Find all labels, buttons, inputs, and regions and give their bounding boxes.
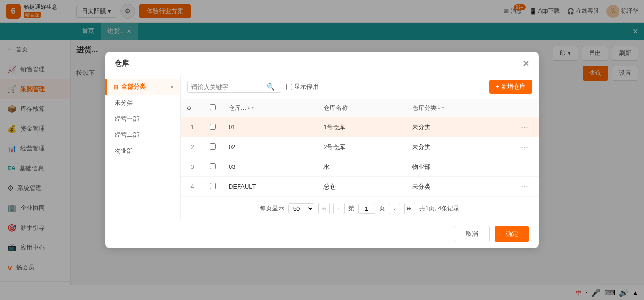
row-actions[interactable]: ··· bbox=[515, 117, 539, 137]
row-actions[interactable]: ··· bbox=[515, 137, 539, 157]
total-info: 共1页, 4条记录 bbox=[419, 204, 460, 213]
row-checkbox[interactable] bbox=[204, 137, 223, 157]
page-label: 第 bbox=[348, 204, 355, 213]
table-row[interactable]: 4 DEFAULT 总仓 未分类 ··· bbox=[181, 177, 539, 197]
row-actions-btn[interactable]: ··· bbox=[521, 142, 528, 151]
pagination: 每页显示 50 100 200 ⏮ ‹ 第 页 › ⏭ 共1页, 4条记录 bbox=[181, 197, 539, 220]
table-row[interactable]: 3 03 水 物业部 ··· bbox=[181, 157, 539, 177]
table-row[interactable]: 2 02 2号仓库 未分类 ··· bbox=[181, 137, 539, 157]
row-code: DEFAULT bbox=[223, 177, 318, 197]
modal-title: 仓库 bbox=[115, 59, 129, 68]
row-checkbox[interactable] bbox=[204, 177, 223, 197]
table-row[interactable]: 1 01 1号仓库 未分类 ··· bbox=[181, 117, 539, 137]
first-page-btn[interactable]: ⏮ bbox=[318, 203, 330, 214]
th-category: 仓库分类 ▲▼ bbox=[406, 99, 515, 117]
next-page-btn[interactable]: › bbox=[389, 203, 400, 214]
row-category: 未分类 bbox=[406, 177, 515, 197]
table-header-row: ⚙ 仓库... ▲▼ bbox=[181, 99, 539, 117]
collapse-icon[interactable]: « bbox=[170, 83, 173, 90]
new-warehouse-btn[interactable]: + 新增仓库 bbox=[489, 80, 532, 94]
row-num: 3 bbox=[181, 157, 204, 177]
row-num: 4 bbox=[181, 177, 204, 197]
row-name: 水 bbox=[318, 157, 406, 177]
search-box: 🔍 bbox=[187, 81, 281, 93]
row-category: 未分类 bbox=[406, 137, 515, 157]
modal-footer: 取消 确定 bbox=[105, 220, 539, 248]
row-checkbox[interactable] bbox=[204, 117, 223, 137]
row-name: 2号仓库 bbox=[318, 137, 406, 157]
row-num: 1 bbox=[181, 117, 204, 137]
cancel-btn[interactable]: 取消 bbox=[454, 226, 490, 242]
row-actions[interactable]: ··· bbox=[515, 177, 539, 197]
category-item-ops2[interactable]: 经营二部 bbox=[105, 127, 180, 143]
row-code: 02 bbox=[223, 137, 318, 157]
category-item-property[interactable]: 物业部 bbox=[105, 143, 180, 159]
row-name: 总仓 bbox=[318, 177, 406, 197]
last-page-btn[interactable]: ⏭ bbox=[404, 203, 415, 214]
modal-header: 仓库 ✕ bbox=[105, 52, 539, 75]
warehouse-modal: 仓库 ✕ ⊞ 全部分类 « 未分类 经营一部 经营二部 bbox=[105, 52, 539, 248]
row-num: 2 bbox=[181, 137, 204, 157]
th-code: 仓库... ▲▼ bbox=[223, 99, 318, 117]
page-input[interactable] bbox=[358, 204, 375, 214]
sort-arrows-code: ▲▼ bbox=[247, 106, 255, 110]
per-page-label: 每页显示 bbox=[260, 204, 284, 213]
modal-toolbar: 🔍 显示停用 + 新增仓库 bbox=[181, 75, 539, 99]
all-categories-item[interactable]: ⊞ 全部分类 « bbox=[105, 79, 180, 95]
category-item-unclassified[interactable]: 未分类 bbox=[105, 95, 180, 111]
th-settings: ⚙ bbox=[181, 99, 204, 117]
modal-overlay: 仓库 ✕ ⊞ 全部分类 « 未分类 经营一部 经营二部 bbox=[0, 0, 644, 300]
show-disabled-checkbox[interactable]: 显示停用 bbox=[286, 83, 319, 91]
th-actions bbox=[515, 99, 539, 117]
th-name: 仓库名称 bbox=[318, 99, 406, 117]
page-suffix: 页 bbox=[379, 204, 385, 213]
row-category: 物业部 bbox=[406, 157, 515, 177]
th-checkbox bbox=[204, 99, 223, 117]
per-page-select[interactable]: 50 100 200 bbox=[288, 203, 314, 214]
select-all-checkbox[interactable] bbox=[210, 104, 216, 110]
modal-body: ⊞ 全部分类 « 未分类 经营一部 经营二部 物业部 bbox=[105, 75, 539, 220]
warehouse-table: ⚙ 仓库... ▲▼ bbox=[181, 99, 539, 197]
grid-icon: ⊞ bbox=[113, 83, 118, 91]
show-disabled-check[interactable] bbox=[286, 84, 292, 90]
row-actions[interactable]: ··· bbox=[515, 157, 539, 177]
row-actions-btn[interactable]: ··· bbox=[521, 162, 528, 171]
search-icon[interactable]: 🔍 bbox=[267, 83, 275, 91]
search-input[interactable] bbox=[191, 83, 267, 91]
modal-right-panel: 🔍 显示停用 + 新增仓库 ⚙ bbox=[181, 75, 539, 220]
sort-arrows-cat: ▲▼ bbox=[438, 106, 445, 110]
row-code: 03 bbox=[223, 157, 318, 177]
confirm-btn[interactable]: 确定 bbox=[495, 226, 529, 242]
gear-icon[interactable]: ⚙ bbox=[186, 105, 192, 112]
row-actions-btn[interactable]: ··· bbox=[521, 122, 528, 132]
category-panel: ⊞ 全部分类 « 未分类 经营一部 经营二部 物业部 bbox=[105, 75, 181, 220]
modal-close-btn[interactable]: ✕ bbox=[522, 59, 529, 68]
row-actions-btn[interactable]: ··· bbox=[521, 182, 528, 191]
prev-page-btn[interactable]: ‹ bbox=[333, 203, 345, 214]
row-code: 01 bbox=[223, 117, 318, 137]
category-item-ops1[interactable]: 经营一部 bbox=[105, 111, 180, 127]
row-name: 1号仓库 bbox=[318, 117, 406, 137]
row-checkbox[interactable] bbox=[204, 157, 223, 177]
row-category: 未分类 bbox=[406, 117, 515, 137]
